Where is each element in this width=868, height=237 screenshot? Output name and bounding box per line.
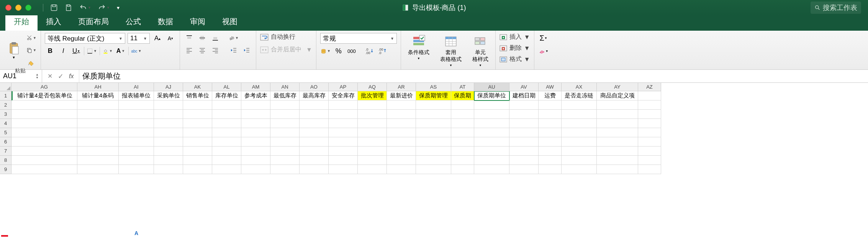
cell[interactable] xyxy=(183,119,212,128)
cell[interactable] xyxy=(183,128,212,137)
cell[interactable] xyxy=(119,100,154,110)
phonetic-button[interactable]: abcA▼ xyxy=(131,46,142,56)
cell[interactable] xyxy=(451,146,474,156)
cell[interactable] xyxy=(329,156,358,165)
align-top-button[interactable] xyxy=(184,33,195,43)
format-painter-button[interactable] xyxy=(26,58,37,67)
cell[interactable] xyxy=(562,100,597,110)
cell[interactable] xyxy=(77,110,119,119)
cell[interactable]: 销售单位 xyxy=(183,91,212,100)
cell[interactable] xyxy=(387,146,416,156)
cell[interactable] xyxy=(270,100,300,110)
column-header[interactable]: AX xyxy=(562,83,597,91)
wrap-text-button[interactable]: 自动换行 xyxy=(260,33,312,41)
cell[interactable] xyxy=(451,137,474,146)
column-header[interactable]: AK xyxy=(183,83,212,91)
cell[interactable] xyxy=(358,128,387,137)
cell[interactable] xyxy=(387,165,416,174)
cell[interactable] xyxy=(212,128,241,137)
select-all-corner[interactable] xyxy=(0,83,11,91)
cell[interactable] xyxy=(638,110,661,119)
row-header[interactable]: 2 xyxy=(0,100,11,110)
cell[interactable] xyxy=(300,146,329,156)
cell[interactable] xyxy=(638,119,661,128)
cell[interactable] xyxy=(474,165,509,174)
align-left-button[interactable] xyxy=(184,45,195,55)
cell[interactable] xyxy=(597,146,638,156)
cell[interactable] xyxy=(539,137,562,146)
align-center-button[interactable] xyxy=(197,45,208,55)
cell[interactable] xyxy=(387,110,416,119)
underline-button[interactable]: U▼ xyxy=(71,46,82,56)
qat-customize-icon[interactable]: ▾ xyxy=(117,5,120,11)
clear-button[interactable]: ▼ xyxy=(538,46,549,56)
paste-button[interactable]: ▼ xyxy=(4,40,24,61)
cell[interactable] xyxy=(241,146,270,156)
cell[interactable] xyxy=(183,146,212,156)
align-right-button[interactable] xyxy=(210,45,221,55)
cell[interactable] xyxy=(270,119,300,128)
cell[interactable] xyxy=(183,110,212,119)
cell[interactable] xyxy=(358,165,387,174)
merge-center-button[interactable]: 合并后居中▼ xyxy=(260,46,312,54)
cell[interactable] xyxy=(212,165,241,174)
cell[interactable] xyxy=(11,137,77,146)
row-header[interactable]: 4 xyxy=(0,119,11,128)
cell[interactable] xyxy=(241,137,270,146)
tab-view[interactable]: 视图 xyxy=(214,13,246,31)
cell[interactable] xyxy=(270,146,300,156)
cell[interactable]: 报表辅单位 xyxy=(119,91,154,100)
column-header[interactable]: AS xyxy=(416,83,451,91)
cell[interactable] xyxy=(270,137,300,146)
cell[interactable] xyxy=(154,128,183,137)
delete-cells-button[interactable]: 删除▼ xyxy=(500,44,530,52)
cell[interactable] xyxy=(212,137,241,146)
close-window-button[interactable] xyxy=(5,5,11,11)
cell[interactable] xyxy=(387,119,416,128)
cell[interactable] xyxy=(270,156,300,165)
workbook-search[interactable]: 搜索工作表 xyxy=(811,2,861,14)
decrease-font-button[interactable]: A▾ xyxy=(165,33,176,43)
row-header[interactable]: 9 xyxy=(0,165,11,174)
cell[interactable] xyxy=(638,137,661,146)
cell[interactable] xyxy=(474,156,509,165)
decrease-decimal-button[interactable]: .00.0 xyxy=(377,46,388,56)
name-box-stepper-icon[interactable]: ▲▼ xyxy=(36,73,39,79)
undo-button[interactable]: ▼ xyxy=(79,4,91,12)
cell[interactable] xyxy=(300,119,329,128)
tab-review[interactable]: 审阅 xyxy=(182,13,214,31)
row-header[interactable]: 3 xyxy=(0,110,11,119)
cell[interactable] xyxy=(329,137,358,146)
cell[interactable] xyxy=(329,100,358,110)
cell[interactable] xyxy=(270,165,300,174)
cell[interactable] xyxy=(154,146,183,156)
fx-icon[interactable]: fx xyxy=(69,73,74,80)
column-header[interactable]: AW xyxy=(539,83,562,91)
cell[interactable]: 辅计量4是否包装单位 xyxy=(11,91,77,100)
column-header[interactable]: AR xyxy=(387,83,416,91)
column-header[interactable]: AO xyxy=(300,83,329,91)
cell[interactable] xyxy=(77,137,119,146)
borders-button[interactable]: ▼ xyxy=(87,46,97,56)
cell[interactable]: 采购单位 xyxy=(154,91,183,100)
cell[interactable] xyxy=(300,156,329,165)
cell[interactable] xyxy=(329,128,358,137)
cell[interactable] xyxy=(119,119,154,128)
cell[interactable] xyxy=(416,110,451,119)
column-header[interactable]: AP xyxy=(329,83,358,91)
cell[interactable] xyxy=(212,156,241,165)
cell[interactable] xyxy=(300,137,329,146)
comma-button[interactable]: 000 xyxy=(346,46,357,56)
column-header[interactable]: AZ xyxy=(638,83,661,91)
cell[interactable] xyxy=(597,165,638,174)
tab-insert[interactable]: 插入 xyxy=(38,13,70,31)
row-header[interactable]: 1 xyxy=(0,91,11,100)
increase-decimal-button[interactable]: .0.00 xyxy=(364,46,375,56)
increase-indent-button[interactable] xyxy=(241,45,252,55)
cell[interactable] xyxy=(509,128,539,137)
column-header[interactable]: AV xyxy=(509,83,539,91)
cell[interactable] xyxy=(154,165,183,174)
cell[interactable] xyxy=(562,156,597,165)
cell[interactable] xyxy=(241,110,270,119)
cell[interactable] xyxy=(270,128,300,137)
